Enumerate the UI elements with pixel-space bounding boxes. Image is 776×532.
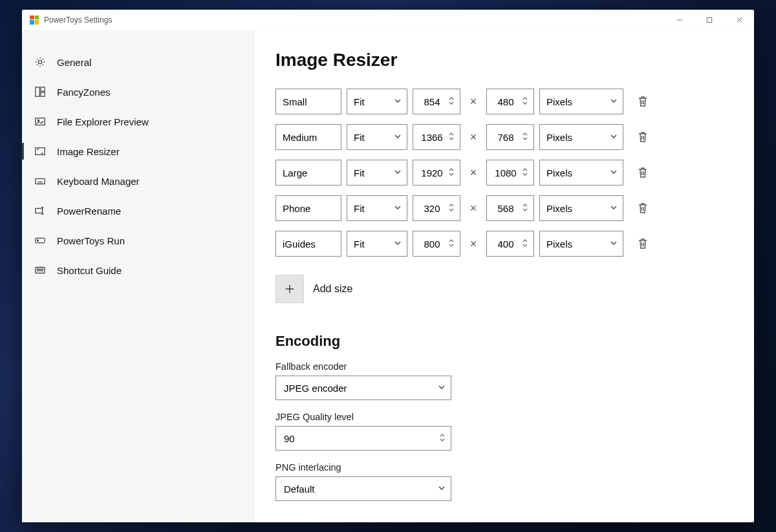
height-input[interactable]: 480 <box>486 89 534 114</box>
height-value: 480 <box>497 96 513 107</box>
unit-value: Pixels <box>546 167 572 178</box>
size-name-input[interactable]: Large <box>275 160 341 186</box>
svg-rect-6 <box>41 87 45 91</box>
run-icon <box>34 234 47 247</box>
height-input[interactable]: 1080 <box>486 160 534 186</box>
sidebar-item-fancyzones[interactable]: FancyZones <box>22 77 255 107</box>
app-logo-icon <box>30 16 39 25</box>
sidebar-item-shortcut-guide[interactable]: Shortcut Guide <box>22 255 255 285</box>
sidebar-item-general[interactable]: General <box>22 47 255 77</box>
size-name-value: Small <box>283 96 307 107</box>
sidebar-item-label: General <box>57 57 91 68</box>
minimize-button[interactable] <box>665 10 695 30</box>
sidebar-item-label: PowerRename <box>57 206 121 217</box>
fit-select[interactable]: Fit <box>347 124 407 150</box>
height-value: 568 <box>497 203 513 214</box>
chevron-down-icon <box>394 133 402 142</box>
fit-value: Fit <box>354 167 365 178</box>
size-row: iGuidesFit800×400Pixels <box>275 231 733 257</box>
size-name-input[interactable]: iGuides <box>275 231 341 257</box>
delete-size-button[interactable] <box>636 237 649 250</box>
size-name-value: Phone <box>283 203 310 214</box>
unit-value: Pixels <box>546 203 572 214</box>
sidebar: GeneralFancyZonesFile Explorer PreviewIm… <box>22 30 255 522</box>
add-size-label: Add size <box>313 283 352 295</box>
sidebar-item-keyboard-manager[interactable]: Keyboard Manager <box>22 166 255 196</box>
content[interactable]: Image Resizer SmallFit854×480PixelsMediu… <box>255 30 754 522</box>
fit-select[interactable]: Fit <box>347 195 407 221</box>
close-button[interactable] <box>724 10 754 30</box>
spinner-icon <box>522 203 528 214</box>
fit-select[interactable]: Fit <box>347 89 407 114</box>
svg-rect-11 <box>36 178 45 184</box>
delete-size-button[interactable] <box>636 166 649 179</box>
sidebar-item-powertoys-run[interactable]: PowerToys Run <box>22 226 255 255</box>
size-name-input[interactable]: Small <box>275 89 341 114</box>
size-name-value: Medium <box>283 132 317 143</box>
height-value: 400 <box>497 239 513 250</box>
width-input[interactable]: 1920 <box>413 160 460 186</box>
spinner-icon <box>522 132 528 143</box>
svg-point-22 <box>37 240 38 241</box>
svg-rect-1 <box>707 17 712 23</box>
height-input[interactable]: 768 <box>486 124 534 150</box>
svg-rect-25 <box>40 269 43 271</box>
unit-select[interactable]: Pixels <box>539 124 623 150</box>
size-row: PhoneFit320×568Pixels <box>275 195 733 221</box>
sidebar-item-label: File Explorer Preview <box>57 116 149 127</box>
png-interlacing-select[interactable]: Default <box>275 476 451 501</box>
width-value: 320 <box>424 203 440 214</box>
delete-size-button[interactable] <box>636 95 649 108</box>
spinner-icon <box>439 433 446 444</box>
width-input[interactable]: 854 <box>413 89 460 114</box>
svg-rect-7 <box>41 92 45 96</box>
sidebar-item-label: Image Resizer <box>57 146 120 157</box>
sidebar-item-label: PowerToys Run <box>57 235 125 246</box>
width-value: 800 <box>424 239 440 250</box>
add-size-button[interactable] <box>275 275 304 303</box>
titlebar[interactable]: PowerToys Settings <box>22 10 754 30</box>
page-title: Image Resizer <box>275 50 733 70</box>
delete-size-button[interactable] <box>636 202 649 215</box>
chevron-down-icon <box>610 204 618 213</box>
width-input[interactable]: 1366 <box>413 124 460 150</box>
shortcut-icon <box>34 264 47 277</box>
keyboard-icon <box>34 175 47 187</box>
size-name-input[interactable]: Phone <box>275 195 341 221</box>
fallback-encoder-select[interactable]: JPEG encoder <box>275 376 451 400</box>
height-value: 768 <box>497 132 513 143</box>
jpeg-quality-input[interactable]: 90 <box>275 426 451 451</box>
unit-select[interactable]: Pixels <box>539 89 623 114</box>
height-input[interactable]: 568 <box>486 195 534 221</box>
unit-select[interactable]: Pixels <box>539 160 623 186</box>
sidebar-item-image-resizer[interactable]: Image Resizer <box>22 136 255 166</box>
encoding-heading: Encoding <box>275 333 733 350</box>
fit-select[interactable]: Fit <box>347 231 407 257</box>
sidebar-item-file-explorer-preview[interactable]: File Explorer Preview <box>22 107 255 136</box>
resize-icon <box>34 145 47 158</box>
size-name-input[interactable]: Medium <box>275 124 341 150</box>
png-interlacing-label: PNG interlacing <box>275 462 733 473</box>
fit-value: Fit <box>354 239 365 250</box>
sidebar-item-label: Shortcut Guide <box>57 265 122 276</box>
fallback-encoder-value: JPEG encoder <box>284 383 347 394</box>
width-input[interactable]: 320 <box>413 195 460 221</box>
unit-select[interactable]: Pixels <box>539 195 623 221</box>
maximize-button[interactable] <box>695 10 724 30</box>
unit-select[interactable]: Pixels <box>539 231 623 257</box>
times-icon: × <box>466 202 481 215</box>
delete-size-button[interactable] <box>636 131 649 144</box>
chevron-down-icon <box>394 168 402 178</box>
chevron-down-icon <box>610 168 618 178</box>
spinner-icon <box>522 167 528 178</box>
sidebar-item-powerrename[interactable]: PowerRename <box>22 196 255 226</box>
zones-icon <box>34 85 47 98</box>
height-input[interactable]: 400 <box>486 231 534 257</box>
fallback-encoder-label: Fallback encoder <box>275 361 733 372</box>
width-input[interactable]: 800 <box>413 231 460 257</box>
fit-select[interactable]: Fit <box>347 160 407 186</box>
chevron-down-icon <box>610 97 618 107</box>
svg-rect-5 <box>36 87 39 96</box>
chevron-down-icon <box>394 204 402 213</box>
preview-icon <box>34 115 47 128</box>
